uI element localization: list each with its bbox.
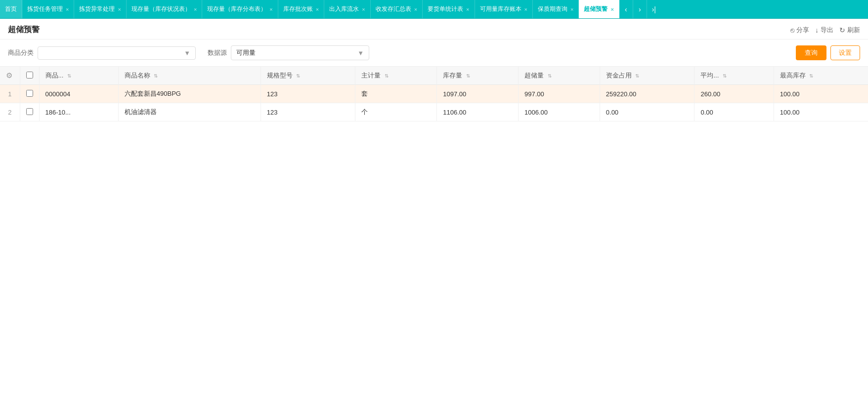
col-spec[interactable]: 规格型号 ⇅ bbox=[260, 67, 355, 85]
col-product-code-label: 商品... bbox=[45, 72, 64, 79]
sort-capital-occ-icon: ⇅ bbox=[635, 73, 639, 79]
export-action[interactable]: ↓ 导出 bbox=[815, 26, 833, 35]
product-category-label: 商品分类 bbox=[8, 48, 34, 57]
nav-close-receiveSend[interactable]: × bbox=[414, 6, 417, 12]
col-spec-label: 规格型号 bbox=[267, 72, 293, 79]
nav-close-orderStat[interactable]: × bbox=[466, 6, 469, 12]
sort-avg-price-icon: ⇅ bbox=[723, 73, 727, 79]
col-capital-occ-label: 资金占用 bbox=[606, 72, 632, 79]
nav-item-orderStat[interactable]: 要货单统计表 × bbox=[423, 0, 475, 18]
row-unit-1: 个 bbox=[355, 103, 437, 121]
col-product-name[interactable]: 商品名称 ⇅ bbox=[118, 67, 260, 85]
nav-item-taskMgmt[interactable]: 拣货任务管理 × bbox=[22, 0, 74, 18]
nav-arrow-left[interactable]: ‹ bbox=[619, 0, 633, 18]
col-settings: ⚙ bbox=[0, 67, 20, 85]
nav-item-overstock[interactable]: 超储预警 × bbox=[579, 0, 619, 18]
nav-close-stockDist[interactable]: × bbox=[269, 6, 272, 12]
nav-close-taskMgmt[interactable]: × bbox=[66, 6, 69, 12]
col-max-stock-label: 最高库存 bbox=[780, 72, 806, 79]
product-category-filter: 商品分类 ▼ bbox=[8, 46, 196, 60]
nav-close-availableStock[interactable]: × bbox=[524, 6, 527, 12]
row-max-stock-1: 100.00 bbox=[774, 103, 868, 121]
nav-label-shelfLife: 保质期查询 bbox=[538, 5, 567, 13]
nav-close-batchAccount[interactable]: × bbox=[316, 6, 319, 12]
table-row: 2 186-10... 机油滤清器 123 个 1106.00 1006.00 … bbox=[0, 103, 868, 121]
refresh-action[interactable]: ↻ 刷新 bbox=[839, 26, 860, 35]
col-product-code[interactable]: 商品... ⇅ bbox=[39, 67, 118, 85]
sort-product-name-icon: ⇅ bbox=[154, 73, 158, 79]
col-product-name-label: 商品名称 bbox=[125, 72, 150, 79]
nav-close-stockStatus[interactable]: × bbox=[194, 6, 197, 12]
page-content: 超储预警 ⎋ 分享 ↓ 导出 ↻ 刷新 商品分类 ▼ 数据源 bbox=[0, 19, 868, 395]
nav-label-stockDist: 现存量（库存分布表） bbox=[207, 5, 266, 13]
top-navigation: 首页 拣货任务管理 × 拣货异常处理 × 现存量（库存状况表） × 现存量（库存… bbox=[0, 0, 868, 19]
data-source-value: 可用量 bbox=[236, 48, 256, 57]
row-product-name-0: 六配套新昌490BPG bbox=[118, 85, 260, 103]
nav-label-availableStock: 可用量库存账本 bbox=[480, 5, 521, 13]
share-label: 分享 bbox=[796, 26, 809, 35]
refresh-label: 刷新 bbox=[847, 26, 860, 35]
share-icon: ⎋ bbox=[790, 26, 794, 34]
row-avg-price-0: 260.00 bbox=[694, 85, 774, 103]
settings-button[interactable]: 设置 bbox=[830, 45, 860, 60]
nav-item-abnormal[interactable]: 拣货异常处理 × bbox=[74, 0, 126, 18]
table-body: 1 0000004 六配套新昌490BPG 123 套 1097.00 997.… bbox=[0, 85, 868, 121]
col-unit-label: 主计量 bbox=[361, 72, 381, 79]
nav-arrow-right[interactable]: › bbox=[633, 0, 647, 18]
nav-label-home: 首页 bbox=[5, 5, 17, 13]
table-header-row: ⚙ 商品... ⇅ 商品名称 ⇅ 规格型号 ⇅ bbox=[0, 67, 868, 85]
nav-item-inOutFlow[interactable]: 出入库流水 × bbox=[324, 0, 370, 18]
nav-close-inOutFlow[interactable]: × bbox=[362, 6, 365, 12]
nav-item-batchAccount[interactable]: 库存批次账 × bbox=[278, 0, 324, 18]
row-checkbox-0[interactable] bbox=[26, 90, 33, 97]
row-checkbox-cell-0 bbox=[20, 85, 39, 103]
col-unit[interactable]: 主计量 ⇅ bbox=[355, 67, 437, 85]
nav-close-overstock[interactable]: × bbox=[610, 6, 613, 12]
nav-label-abnormal: 拣货异常处理 bbox=[79, 5, 115, 13]
export-label: 导出 bbox=[821, 26, 833, 35]
export-icon: ↓ bbox=[815, 26, 819, 34]
nav-item-home[interactable]: 首页 bbox=[0, 0, 22, 18]
sort-spec-icon: ⇅ bbox=[296, 73, 300, 79]
select-all-checkbox[interactable] bbox=[26, 72, 33, 79]
refresh-icon: ↻ bbox=[839, 26, 845, 34]
row-stock-0: 1097.00 bbox=[437, 85, 519, 103]
row-capital-occ-1: 0.00 bbox=[600, 103, 694, 121]
row-max-stock-0: 100.00 bbox=[774, 85, 868, 103]
row-checkbox-1[interactable] bbox=[26, 108, 33, 115]
nav-item-availableStock[interactable]: 可用量库存账本 × bbox=[475, 0, 533, 18]
col-avg-price[interactable]: 平均... ⇅ bbox=[694, 67, 774, 85]
row-avg-price-1: 0.00 bbox=[694, 103, 774, 121]
data-source-select[interactable]: 可用量 ▼ bbox=[231, 45, 369, 60]
nav-label-overstock: 超储预警 bbox=[584, 5, 608, 13]
sort-overstock-icon: ⇅ bbox=[548, 73, 552, 79]
row-product-name-1: 机油滤清器 bbox=[118, 103, 260, 121]
data-source-label: 数据源 bbox=[208, 48, 227, 57]
nav-arrow-end[interactable]: ›| bbox=[647, 0, 661, 18]
nav-item-shelfLife[interactable]: 保质期查询 × bbox=[533, 0, 579, 18]
table-gear-icon[interactable]: ⚙ bbox=[6, 71, 12, 79]
row-checkbox-cell-1 bbox=[20, 103, 39, 121]
col-overstock[interactable]: 超储量 ⇅ bbox=[519, 67, 600, 85]
query-button[interactable]: 查询 bbox=[796, 45, 826, 60]
col-overstock-label: 超储量 bbox=[524, 72, 544, 79]
sort-unit-icon: ⇅ bbox=[385, 73, 389, 79]
share-action[interactable]: ⎋ 分享 bbox=[790, 26, 809, 35]
data-source-arrow-icon: ▼ bbox=[357, 49, 364, 57]
nav-close-abnormal[interactable]: × bbox=[118, 6, 121, 12]
nav-label-receiveSend: 收发存汇总表 bbox=[376, 5, 411, 13]
sort-max-stock-icon: ⇅ bbox=[809, 73, 813, 79]
row-stock-1: 1106.00 bbox=[437, 103, 519, 121]
nav-item-stockDist[interactable]: 现存量（库存分布表） × bbox=[202, 0, 278, 18]
col-capital-occ[interactable]: 资金占用 ⇅ bbox=[600, 67, 694, 85]
nav-item-stockStatus[interactable]: 现存量（库存状况表） × bbox=[127, 0, 202, 18]
nav-label-stockStatus: 现存量（库存状况表） bbox=[131, 5, 191, 13]
table-row: 1 0000004 六配套新昌490BPG 123 套 1097.00 997.… bbox=[0, 85, 868, 103]
col-max-stock[interactable]: 最高库存 ⇅ bbox=[774, 67, 868, 85]
nav-item-receiveSend[interactable]: 收发存汇总表 × bbox=[371, 0, 423, 18]
nav-close-shelfLife[interactable]: × bbox=[570, 6, 573, 12]
col-stock[interactable]: 库存量 ⇅ bbox=[437, 67, 519, 85]
nav-label-taskMgmt: 拣货任务管理 bbox=[27, 5, 63, 13]
sort-product-code-icon: ⇅ bbox=[67, 73, 71, 79]
product-category-select[interactable]: ▼ bbox=[38, 46, 196, 60]
